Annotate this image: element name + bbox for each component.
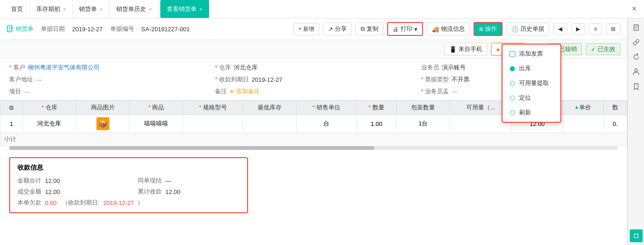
- ticket-icon: ●: [496, 46, 500, 53]
- effected-badge: ✓ 已生效: [586, 43, 621, 55]
- close-tab-inventory-init[interactable]: ×: [63, 6, 66, 12]
- remark-add[interactable]: ⊕ 添加备注: [230, 87, 260, 96]
- payment-grid: 金额合计 12.00 同单现结 — 成交金额 12.00 累计收款: [17, 177, 240, 207]
- project-value: —: [24, 88, 30, 95]
- close-tab-sales-order[interactable]: ×: [100, 6, 102, 12]
- td-quantity: 1.00: [356, 115, 396, 133]
- menu-item-refresh[interactable]: 刷新: [503, 105, 560, 120]
- add-invoice-icon: [509, 51, 515, 57]
- sidebar-refresh-icon[interactable]: [630, 51, 643, 63]
- td-unit: 台: [296, 115, 356, 133]
- grid-icon: ⊞: [479, 26, 483, 32]
- salesperson-label: 业务员盂: [421, 87, 449, 96]
- total-value: 12.00: [45, 177, 60, 184]
- svg-rect-1: [634, 25, 638, 30]
- menu-item-available-qty[interactable]: 可用量提取: [503, 76, 560, 91]
- close-tab-sales-history[interactable]: ×: [149, 6, 152, 12]
- owed-note: （收款到期日:: [62, 199, 100, 207]
- project-label: 项目: [9, 87, 21, 96]
- warehouse-field: 仓库 河北仓库: [215, 63, 412, 72]
- from-phone-button[interactable]: 📱 来自手机: [444, 43, 487, 56]
- customer-field: 客户 柳州粤港平安气体有限公司: [9, 63, 206, 72]
- logistics-button[interactable]: 🚚 物流信息: [427, 23, 470, 35]
- staff-label: 业务员: [421, 63, 439, 72]
- staff-value: 演示账号: [442, 63, 466, 72]
- sidebar-expand-icon[interactable]: [630, 229, 643, 242]
- owed-due-date: 2019-12-27: [103, 199, 134, 206]
- th-settings[interactable]: ⚙: [0, 101, 23, 115]
- settings-icon: ⚙: [9, 104, 14, 111]
- grid-view-button[interactable]: ⊞: [606, 23, 621, 34]
- right-sidebar: [627, 18, 644, 245]
- share-button[interactable]: ↗ 分享: [323, 23, 352, 35]
- history-icon: 🕐: [511, 26, 519, 33]
- deal-value: 12.00: [45, 188, 60, 195]
- cumulative-value: 12.00: [165, 188, 181, 195]
- window-close-button[interactable]: ×: [629, 4, 639, 14]
- td-spec: [183, 115, 243, 133]
- deal-row: 成交金额 12.00: [17, 188, 119, 196]
- tab-inventory-init[interactable]: 库存期初 ×: [30, 0, 73, 18]
- td-product: 嘻嘻嘻嘻: [130, 115, 183, 133]
- truck-icon: 🚚: [432, 26, 439, 33]
- phone-icon: 📱: [449, 46, 457, 53]
- th-price: ●单价: [563, 101, 604, 115]
- tab-home[interactable]: 首页: [5, 0, 30, 18]
- menu-item-add-invoice[interactable]: 添加发票: [503, 46, 560, 61]
- available-qty-icon: [509, 80, 515, 86]
- td-index: 1: [0, 115, 23, 133]
- due-date-value: 2019-12-27: [252, 76, 282, 83]
- menu-item-outbound[interactable]: 出库: [503, 61, 560, 76]
- nav-next-button[interactable]: ▶: [571, 23, 585, 34]
- tab-view-sales-order[interactable]: 查看销货单 ×: [160, 0, 209, 18]
- menu-item-locate[interactable]: 定位: [503, 91, 560, 105]
- same-order-label: 同单现结: [138, 177, 162, 185]
- sidebar-clipboard-icon[interactable]: [630, 21, 643, 34]
- remark-field: 备注 ⊕ 添加备注: [215, 87, 412, 96]
- owed-label: 本单欠款: [17, 199, 41, 207]
- tab-sales-order[interactable]: 销货单 ×: [73, 0, 109, 18]
- total-row: 金额合计 12.00: [17, 177, 119, 185]
- close-tab-view-sales[interactable]: ×: [199, 6, 202, 12]
- doc-title: 销货单: [6, 25, 34, 33]
- same-order-value: —: [165, 177, 171, 184]
- subtotal-label: 小计: [0, 133, 627, 146]
- payment-title: 收款信息: [17, 164, 240, 172]
- due-date-label: 收款到期日: [215, 75, 249, 84]
- th-quantity: 数量: [356, 101, 396, 115]
- td-warehouse: 河北仓库: [23, 115, 76, 133]
- table-subtotal-row: 小计: [0, 133, 627, 146]
- sidebar-user-icon[interactable]: [630, 65, 643, 78]
- horizontal-scrollbar[interactable]: [9, 146, 618, 150]
- sidebar-bookmark-icon[interactable]: [630, 80, 643, 93]
- check-icon-3: ✓: [591, 46, 596, 53]
- customer-value[interactable]: 柳州粤港平安气体有限公司: [28, 63, 100, 72]
- th-other: 数: [604, 101, 627, 115]
- product-image: 📦: [96, 117, 109, 130]
- operate-dropdown-menu: 添加发票 出库 可用量提取 定位 刷新: [502, 44, 561, 123]
- print-button[interactable]: 🖨 打印 ▾: [387, 22, 423, 36]
- tab-bar: 首页 库存期初 × 销货单 × 销货单历史 × 查看销货单 × ×: [0, 0, 644, 18]
- history-button[interactable]: 🕐 历史单据: [506, 23, 549, 35]
- new-button[interactable]: + 新增: [294, 23, 319, 35]
- doc-actions: + 新增 ↗ 分享 ⧉ 复制 🖨 打印 ▾ 🚚: [294, 22, 621, 36]
- product-image-icon: 📦: [98, 120, 107, 128]
- operate-button[interactable]: ⊞ 操作: [474, 22, 503, 36]
- sidebar-link-icon[interactable]: [630, 36, 643, 49]
- due-date-field: 收款到期日 2019-12-27: [215, 75, 412, 84]
- ticket-value: 不开票: [452, 75, 469, 84]
- td-price: [563, 115, 604, 133]
- copy-button[interactable]: ⧉ 复制: [356, 23, 384, 35]
- list-view-button[interactable]: ≡: [589, 23, 602, 34]
- copy-icon: ⧉: [361, 25, 365, 33]
- th-package-qty: 包装数量: [396, 101, 450, 115]
- deal-label: 成交金额: [17, 188, 41, 196]
- address-field: 客户地址 —: [9, 75, 206, 84]
- td-package-qty: 1台: [396, 115, 450, 133]
- nav-prev-button[interactable]: ◀: [553, 23, 567, 34]
- cumulative-row: 累计收款 12.00: [138, 188, 240, 196]
- bottom-section: 收款信息 金额合计 12.00 同单现结 — 成交金额 12.00: [0, 152, 627, 219]
- warehouse-label: 仓库: [215, 63, 231, 72]
- tab-sales-history[interactable]: 销货单历史 ×: [110, 0, 158, 18]
- td-min-stock: [243, 115, 296, 133]
